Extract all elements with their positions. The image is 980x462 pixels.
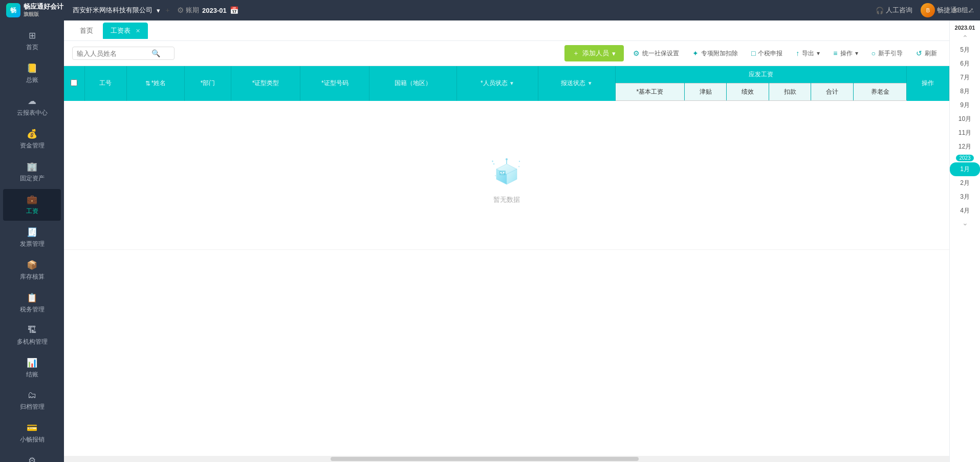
sidebar-item-label: 库存核算 bbox=[20, 272, 45, 281]
empty-state-row: ✦ ✦ 暂无数据 bbox=[64, 101, 949, 250]
table-body: ✦ ✦ 暂无数据 bbox=[64, 101, 949, 250]
month-item-4[interactable]: 4月 bbox=[950, 204, 980, 218]
sidebar-item-inventory[interactable]: 📦 库存核算 bbox=[3, 255, 61, 286]
svg-point-7 bbox=[506, 158, 508, 160]
table-wrap: 工号 ⇅ *姓名 *部门 *证型类型 *证型号码 国籍（地区） *人员状态 bbox=[64, 66, 949, 456]
maximize-button[interactable]: ⤢ bbox=[964, 3, 978, 17]
th-total: 合计 bbox=[811, 83, 854, 101]
add-person-plus-icon: ＋ bbox=[573, 49, 579, 58]
th-actions: 操作 bbox=[907, 66, 949, 101]
scroll-thumb bbox=[331, 457, 639, 461]
sidebar-item-multi-org[interactable]: 🏗 多机构管理 bbox=[3, 320, 61, 351]
app-name: 畅应通好会计 bbox=[24, 3, 63, 11]
th-allowance: 津贴 bbox=[684, 83, 727, 101]
th-status: *人员状态 ▼ bbox=[456, 66, 538, 101]
tab-bar: 首页 工资表 ✕ bbox=[64, 20, 949, 41]
tab-home[interactable]: 首页 bbox=[72, 23, 101, 39]
th-deductions: 扣款 bbox=[769, 83, 811, 101]
sidebar-item-close[interactable]: 📊 结账 bbox=[3, 352, 61, 384]
period-label: 账期 bbox=[186, 6, 199, 15]
gear-icon: ⚙ bbox=[28, 455, 36, 462]
month-item-10[interactable]: 10月 bbox=[950, 112, 980, 126]
fund-icon: 💰 bbox=[27, 129, 37, 139]
sidebar-item-label: 小畅报销 bbox=[20, 435, 45, 444]
refresh-action[interactable]: ↺ 刷新 bbox=[912, 47, 941, 60]
operations-label: 操作 bbox=[840, 49, 853, 58]
month-nav-down[interactable]: ⌄ bbox=[950, 218, 980, 228]
user-avatar: B bbox=[921, 3, 935, 17]
th-pension: 养老金 bbox=[853, 83, 907, 101]
sidebar-item-ledger[interactable]: 📒 总账 bbox=[3, 58, 61, 90]
current-period-header: 2023.01 bbox=[954, 23, 976, 33]
operations-action[interactable]: ≡ 操作 ▾ bbox=[829, 47, 862, 60]
month-nav-up[interactable]: ⌃ bbox=[950, 33, 980, 43]
ledger-icon: 📒 bbox=[27, 63, 37, 74]
month-item-1[interactable]: 1月 bbox=[950, 162, 980, 176]
social-security-action[interactable]: ⚙ 统一社保设置 bbox=[629, 47, 683, 60]
sidebar-item-label: 工资 bbox=[26, 207, 38, 216]
operations-dropdown-icon: ▾ bbox=[855, 50, 858, 57]
period-display: 账期 2023-01 📅 bbox=[186, 6, 238, 15]
company-selector[interactable]: 西安虾米网络科技有限公司 ▾ bbox=[73, 6, 160, 15]
guide-circle-icon: ○ bbox=[872, 49, 876, 57]
month-item-9[interactable]: 9月 bbox=[950, 98, 980, 112]
tab-salary[interactable]: 工资表 ✕ bbox=[103, 23, 148, 39]
sidebar-item-expense[interactable]: 💳 小畅报销 bbox=[3, 417, 61, 449]
sidebar-item-label: 归档管理 bbox=[20, 403, 45, 411]
th-checkbox[interactable] bbox=[64, 66, 84, 101]
month-item-7[interactable]: 7月 bbox=[950, 71, 980, 85]
scroll-hint[interactable] bbox=[64, 456, 949, 462]
search-input[interactable] bbox=[77, 50, 148, 57]
month-item-5[interactable]: 5月 bbox=[950, 43, 980, 57]
export-action[interactable]: ↑ 导出 ▾ bbox=[792, 47, 824, 60]
report-filter-icon[interactable]: ▼ bbox=[587, 80, 593, 86]
headset-icon: 🎧 bbox=[876, 7, 884, 14]
tab-close-icon[interactable]: ✕ bbox=[136, 28, 140, 34]
export-label: 导出 bbox=[802, 49, 814, 58]
select-all-checkbox[interactable] bbox=[71, 79, 77, 86]
search-icon: 🔍 bbox=[151, 49, 160, 57]
close-books-icon: 📊 bbox=[27, 358, 37, 368]
table-header-row: 工号 ⇅ *姓名 *部门 *证型类型 *证型号码 国籍（地区） *人员状态 bbox=[64, 66, 949, 83]
sidebar-item-label: 总账 bbox=[26, 76, 38, 85]
th-performance: 绩效 bbox=[727, 83, 769, 101]
status-filter-icon[interactable]: ▼ bbox=[509, 80, 514, 86]
sidebar-item-archive[interactable]: 🗂 归档管理 bbox=[3, 385, 61, 416]
month-item-12[interactable]: 12月 bbox=[950, 140, 980, 154]
sidebar-item-fund[interactable]: 💰 资金管理 bbox=[3, 123, 61, 155]
sidebar-item-settings[interactable]: ⚙ 基础设置 bbox=[3, 450, 61, 462]
sidebar-item-cloud-report[interactable]: ☁ 云报表中心 bbox=[3, 91, 61, 122]
empty-state-cell: ✦ ✦ 暂无数据 bbox=[64, 101, 949, 250]
sidebar-item-label: 云报表中心 bbox=[17, 109, 48, 117]
month-item-11[interactable]: 11月 bbox=[950, 126, 980, 140]
close-button[interactable]: ✕ bbox=[948, 3, 963, 17]
special-deduction-label: 专项附加扣除 bbox=[701, 49, 738, 58]
settings-icon[interactable]: ⚙ bbox=[177, 6, 184, 15]
add-person-button[interactable]: ＋ 添加人员 ▾ bbox=[564, 45, 624, 61]
svg-point-8 bbox=[493, 163, 494, 165]
top-bar: 畅 畅应通好会计 旗舰版 西安虾米网络科技有限公司 ▾ ＋ ⚙ 账期 2023-… bbox=[0, 0, 980, 20]
month-item-6[interactable]: 6月 bbox=[950, 57, 980, 71]
help-action[interactable]: 🎧 人工咨询 bbox=[876, 6, 912, 15]
plus-icon[interactable]: ＋ bbox=[164, 6, 171, 15]
month-item-8[interactable]: 8月 bbox=[950, 85, 980, 98]
th-name-sort-icon: ⇅ bbox=[145, 80, 150, 87]
sidebar-item-invoice[interactable]: 🧾 发票管理 bbox=[3, 222, 61, 254]
expense-icon: 💳 bbox=[27, 423, 37, 433]
tax-report-action[interactable]: □ 个税申报 bbox=[747, 47, 787, 60]
app-sub: 旗舰版 bbox=[24, 11, 63, 18]
month-item-2[interactable]: 2月 bbox=[950, 176, 980, 190]
month-item-3[interactable]: 3月 bbox=[950, 190, 980, 204]
sidebar-item-label: 首页 bbox=[26, 43, 38, 52]
invoice-icon: 🧾 bbox=[27, 227, 37, 238]
sidebar-item-tax[interactable]: 📋 税务管理 bbox=[3, 287, 61, 319]
sidebar-item-fixed-asset[interactable]: 🏢 固定资产 bbox=[3, 156, 61, 188]
special-deduction-action[interactable]: ✦ 专项附加扣除 bbox=[688, 47, 742, 60]
inventory-icon: 📦 bbox=[27, 260, 37, 270]
calendar-icon[interactable]: 📅 bbox=[230, 6, 238, 14]
guide-action[interactable]: ○ 新手引导 bbox=[867, 47, 907, 60]
th-cert-type: *证型类型 bbox=[231, 66, 300, 101]
empty-state: ✦ ✦ 暂无数据 bbox=[69, 105, 944, 245]
sidebar-item-home[interactable]: ⊞ 首页 bbox=[3, 25, 61, 57]
sidebar-item-salary[interactable]: 💼 工资 bbox=[3, 189, 61, 221]
